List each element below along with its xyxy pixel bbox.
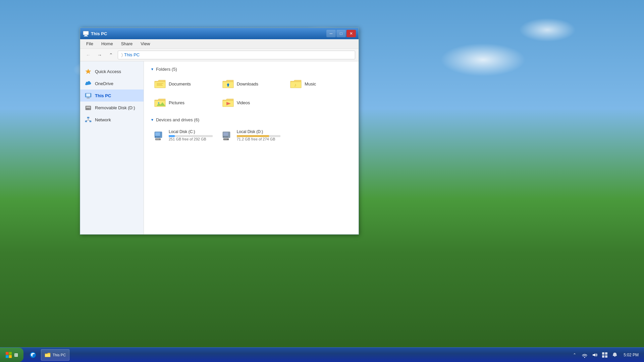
- taskbar-tray: ⌃: [566, 352, 644, 358]
- windows-logo-icon: [5, 352, 12, 358]
- svg-rect-39: [6, 355, 9, 358]
- svg-rect-48: [614, 356, 615, 357]
- folder-downloads-label: Downloads: [237, 81, 258, 86]
- svg-rect-17: [157, 83, 163, 84]
- main-content: ▼ Folders (5) Documents: [144, 61, 359, 234]
- folder-documents[interactable]: Documents: [151, 76, 216, 92]
- menubar: File Home Share View: [80, 39, 359, 49]
- maximize-button[interactable]: □: [336, 30, 346, 37]
- sidebar: Quick Access OneDrive: [80, 61, 144, 234]
- svg-rect-0: [83, 31, 89, 35]
- svg-rect-11: [87, 117, 89, 118]
- drives-section-header: ▼ Devices and drives (6): [151, 117, 352, 122]
- folder-documents-label: Documents: [169, 81, 191, 86]
- svg-rect-34: [225, 137, 228, 137]
- svg-point-41: [30, 352, 36, 358]
- taskbar-edge[interactable]: [26, 349, 40, 361]
- svg-rect-46: [602, 355, 604, 358]
- svg-rect-1: [85, 35, 87, 36]
- folders-grid: Documents Downloads: [151, 76, 352, 111]
- svg-rect-9: [86, 107, 90, 108]
- folder-downloads[interactable]: Downloads: [219, 76, 284, 92]
- svg-rect-40: [9, 355, 12, 358]
- sidebar-thispc-label: This PC: [95, 93, 111, 98]
- taskbar-explorer[interactable]: This PC: [41, 349, 69, 361]
- documents-folder-icon: [154, 78, 166, 89]
- up-button[interactable]: ⌃: [106, 51, 116, 59]
- start-label: ⊞: [14, 352, 18, 358]
- svg-rect-32: [223, 132, 228, 136]
- svg-rect-12: [85, 121, 87, 122]
- folders-section-header: ▼ Folders (5): [151, 67, 352, 72]
- menu-share[interactable]: Share: [118, 40, 136, 47]
- menu-home[interactable]: Home: [98, 40, 116, 47]
- folder-music-label: Music: [305, 81, 316, 86]
- chevron-up-icon[interactable]: ⌃: [572, 352, 578, 358]
- svg-rect-6: [87, 98, 89, 98]
- svg-rect-30: [156, 139, 159, 140]
- notification-icon[interactable]: [612, 352, 618, 358]
- minimize-button[interactable]: ─: [326, 30, 336, 37]
- back-button[interactable]: ←: [84, 51, 93, 59]
- svg-rect-7: [87, 98, 90, 99]
- folder-videos[interactable]: Videos: [219, 95, 284, 111]
- apps-grid-icon[interactable]: [602, 352, 608, 358]
- breadcrumb-separator: 〉: [121, 52, 123, 58]
- wifi-icon[interactable]: [582, 352, 588, 358]
- sidebar-onedrive-label: OneDrive: [95, 81, 113, 86]
- star-icon: [85, 68, 92, 75]
- clock: 5:02 PM: [622, 353, 639, 357]
- taskbar: ⊞ This PC ⌃: [0, 347, 644, 362]
- svg-line-16: [88, 120, 91, 121]
- volume-icon[interactable]: [592, 352, 598, 358]
- folder-videos-label: Videos: [237, 100, 250, 105]
- svg-rect-5: [86, 94, 90, 97]
- forward-button[interactable]: →: [95, 51, 104, 59]
- desktop: This PC ─ □ ✕ File Home Share View ← → ⌃…: [0, 0, 644, 362]
- folder-pictures[interactable]: Pictures: [151, 95, 216, 111]
- drive-d-icon: [222, 129, 234, 141]
- drives-collapse-arrow[interactable]: ▼: [151, 118, 154, 122]
- close-button[interactable]: ✕: [346, 30, 356, 37]
- svg-text:♪: ♪: [294, 82, 297, 87]
- explorer-window: This PC ─ □ ✕ File Home Share View ← → ⌃…: [80, 27, 359, 235]
- svg-rect-27: [155, 136, 156, 137]
- sidebar-item-network[interactable]: Network: [80, 114, 144, 126]
- address-bar[interactable]: 〉 This PC: [118, 51, 355, 59]
- svg-rect-19: [157, 85, 163, 86]
- drives-section-title: Devices and drives (6): [156, 117, 199, 122]
- svg-rect-26: [155, 132, 160, 136]
- svg-rect-45: [605, 352, 607, 355]
- drive-d-size: 71.2 GB free of 274 GB: [237, 137, 281, 141]
- drive-c-size: 251 GB free of 292 GB: [169, 137, 213, 141]
- svg-marker-3: [86, 69, 91, 74]
- cloud-icon: [85, 80, 92, 87]
- svg-rect-33: [223, 136, 224, 137]
- svg-marker-43: [593, 353, 595, 357]
- sidebar-item-quickaccess[interactable]: Quick Access: [80, 65, 144, 77]
- drive-c-icon: [154, 129, 166, 141]
- pictures-folder-icon: [154, 97, 166, 108]
- videos-folder-icon: [222, 97, 234, 108]
- start-button[interactable]: ⊞: [0, 348, 23, 362]
- drive-d[interactable]: Local Disk (D:) 71.2 GB free of 274 GB: [219, 126, 284, 144]
- svg-rect-18: [157, 84, 162, 85]
- svg-rect-2: [84, 36, 88, 37]
- window-title: This PC: [91, 31, 324, 36]
- network-icon: [85, 116, 92, 123]
- folder-pictures-label: Pictures: [169, 100, 184, 105]
- sidebar-item-removable[interactable]: Removable Disk (D:): [80, 102, 144, 114]
- breadcrumb-thispc: This PC: [124, 52, 140, 57]
- sidebar-item-onedrive[interactable]: OneDrive: [80, 77, 144, 89]
- downloads-folder-icon: [222, 78, 234, 89]
- window-icon: [83, 31, 89, 37]
- sidebar-item-thispc[interactable]: This PC: [80, 89, 144, 102]
- folder-music[interactable]: ♪ Music: [286, 76, 352, 92]
- drive-d-name: Local Disk (D:): [237, 129, 281, 134]
- menu-file[interactable]: File: [83, 40, 97, 47]
- folders-collapse-arrow[interactable]: ▼: [151, 67, 154, 71]
- svg-rect-13: [90, 121, 91, 122]
- drive-c[interactable]: Local Disk (C:) 251 GB free of 292 GB: [151, 126, 216, 144]
- svg-point-42: [584, 357, 585, 358]
- menu-view[interactable]: View: [137, 40, 153, 47]
